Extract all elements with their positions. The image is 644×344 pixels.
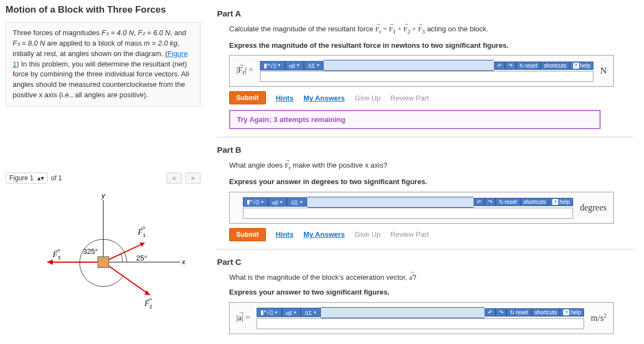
svg-marker-9 — [145, 290, 150, 295]
svg-text:1: 1 — [143, 232, 146, 238]
review-part-link[interactable]: Review Part — [391, 94, 429, 102]
my-answers-link[interactable]: My Answers — [303, 230, 345, 238]
svg-text:x: x — [181, 258, 186, 266]
part-c-answer-box: |a| = ▮ᵒ√▯▼ αβ▼ ΔΣ▼ ↶ ↷ ↻ reset shortcut… — [229, 302, 614, 334]
svg-text:F: F — [52, 251, 58, 259]
format-template-button[interactable]: ▮ᵒ√▯▼ — [243, 197, 268, 207]
figure-next-button[interactable]: > — [185, 173, 201, 184]
format-symbols-button[interactable]: ΔΣ▼ — [287, 197, 307, 207]
help-button[interactable]: ?help — [570, 62, 594, 70]
redo-button[interactable]: ↷ — [496, 308, 507, 317]
format-template-button[interactable]: ▮ᵒ√▯▼ — [260, 61, 285, 70]
part-a-instruction: Express the magnitude of the resultant f… — [229, 40, 633, 51]
part-c-lhs: |a| = — [236, 313, 250, 323]
part-b-actions: Submit Hints My Answers Give Up Review P… — [229, 228, 633, 241]
part-c-instruction: Express your answer to two significant f… — [229, 287, 633, 298]
svg-text:F: F — [144, 299, 149, 308]
shortcuts-button[interactable]: shortcuts — [541, 62, 570, 70]
undo-button[interactable]: ↶ — [474, 198, 485, 206]
part-b-question: What angle does Fr make with the positiv… — [229, 160, 633, 172]
give-up-link[interactable]: Give Up — [355, 94, 381, 102]
page-title: Motion of a Block with Three Forces — [5, 4, 201, 15]
redo-button[interactable]: ↷ — [485, 198, 496, 206]
give-up-link[interactable]: Give Up — [355, 230, 381, 238]
reset-button[interactable]: ↻ reset — [496, 198, 520, 206]
part-a-answer-box: |Fr| = ▮ᵒ√▯▼ αβ▼ ΔΣ▼ ↶ ↷ ↻ reset shortcu… — [229, 55, 614, 87]
redo-button[interactable]: ↷ — [505, 62, 516, 70]
hints-link[interactable]: Hints — [276, 230, 294, 238]
part-b-answer-box: ▮ᵒ√▯▼ αβ▼ ΔΣ▼ ↶ ↷ ↻ reset shortcuts ?hel… — [229, 192, 614, 224]
svg-text:25°: 25° — [136, 254, 147, 262]
part-a-submit-button[interactable]: Submit — [229, 91, 266, 104]
figure-prev-button[interactable]: < — [166, 173, 182, 184]
svg-text:F: F — [137, 228, 143, 236]
format-greek-button[interactable]: αβ▼ — [268, 197, 287, 207]
part-c-question: What is the magnitude of the block's acc… — [229, 272, 633, 283]
undo-button[interactable]: ↶ — [494, 62, 505, 70]
part-a-lhs: |Fr| = — [236, 65, 253, 77]
figure-toolbar: Figure 1 ▴▾ of 1 < > — [5, 173, 201, 184]
try-again-banner: Try Again; 3 attempts remaining — [229, 110, 601, 129]
svg-text:3: 3 — [58, 255, 60, 260]
part-b-instruction: Express your answer in degrees to two si… — [229, 176, 633, 187]
shortcuts-button[interactable]: shortcuts — [520, 198, 549, 206]
format-symbols-button[interactable]: ΔΣ▼ — [301, 308, 320, 317]
hints-link[interactable]: Hints — [276, 94, 294, 102]
part-c-heading: Part C — [217, 257, 633, 267]
reset-button[interactable]: ↻ reset — [516, 62, 541, 70]
help-button[interactable]: ?help — [549, 198, 573, 206]
help-button[interactable]: ?help — [560, 308, 584, 317]
svg-marker-13 — [47, 259, 53, 265]
part-a-actions: Submit Hints My Answers Give Up Review P… — [229, 91, 633, 104]
part-b-input[interactable] — [243, 208, 573, 219]
figure-count: of 1 — [51, 174, 62, 182]
svg-rect-18 — [98, 257, 109, 268]
format-template-button[interactable]: ▮ᵒ√▯▼ — [257, 308, 282, 317]
figure-select[interactable]: Figure 1 ▴▾ — [5, 173, 48, 184]
part-b-submit-button[interactable]: Submit — [229, 228, 266, 241]
svg-line-8 — [103, 262, 150, 295]
svg-text:y: y — [101, 193, 106, 199]
figure-diagram: x y F1 F2 F3 25° 325° — [5, 193, 201, 320]
part-a-input[interactable] — [260, 71, 594, 82]
review-part-link[interactable]: Review Part — [391, 230, 429, 238]
part-c-input[interactable] — [257, 318, 584, 329]
part-a-heading: Part A — [217, 9, 633, 18]
svg-text:2: 2 — [149, 304, 152, 309]
shortcuts-button[interactable]: shortcuts — [531, 308, 560, 317]
problem-intro: Three forces of magnitudes F₁ = 4.0 N, F… — [5, 22, 201, 107]
undo-button[interactable]: ↶ — [485, 308, 496, 317]
part-c-unit: m/s2 — [591, 312, 607, 323]
part-b-heading: Part B — [217, 145, 633, 154]
part-a-unit: N — [600, 66, 607, 76]
svg-text:325°: 325° — [83, 247, 98, 256]
part-a-question: Calculate the magnitude of the resultant… — [229, 24, 633, 36]
format-symbols-button[interactable]: ΔΣ▼ — [304, 61, 324, 70]
my-answers-link[interactable]: My Answers — [303, 94, 345, 102]
reset-button[interactable]: ↻ reset — [507, 308, 531, 317]
format-greek-button[interactable]: αβ▼ — [285, 61, 304, 70]
part-b-unit: degrees — [580, 203, 607, 213]
format-greek-button[interactable]: αβ▼ — [282, 308, 301, 317]
